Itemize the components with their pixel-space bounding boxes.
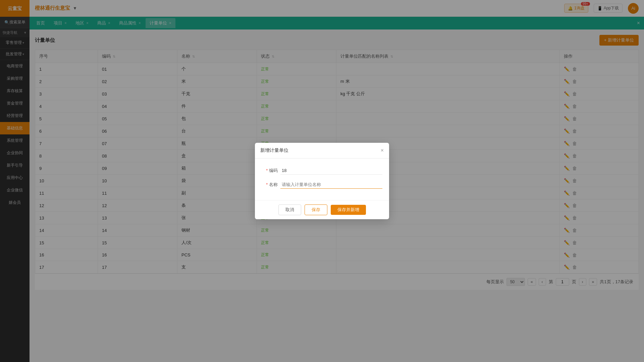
modal-overlay[interactable]: 新增计量单位 × 编码 名称 取消 保存 保存并新增 — [0, 0, 644, 362]
modal-footer: 取消 保存 保存并新增 — [255, 200, 389, 219]
name-label: 名称 — [262, 182, 278, 188]
modal-title: 新增计量单位 — [260, 147, 288, 154]
modal-header: 新增计量单位 × — [255, 143, 389, 159]
name-input[interactable] — [280, 181, 382, 189]
form-row-name: 名称 — [262, 181, 382, 189]
code-input[interactable] — [280, 167, 382, 175]
add-unit-modal: 新增计量单位 × 编码 名称 取消 保存 保存并新增 — [255, 143, 389, 219]
code-label: 编码 — [262, 168, 278, 174]
cancel-button[interactable]: 取消 — [278, 204, 301, 215]
save-button[interactable]: 保存 — [305, 204, 327, 215]
modal-body: 编码 名称 — [255, 159, 389, 200]
save-and-add-button[interactable]: 保存并新增 — [331, 205, 366, 215]
modal-close-btn[interactable]: × — [381, 147, 384, 154]
form-row-code: 编码 — [262, 167, 382, 175]
